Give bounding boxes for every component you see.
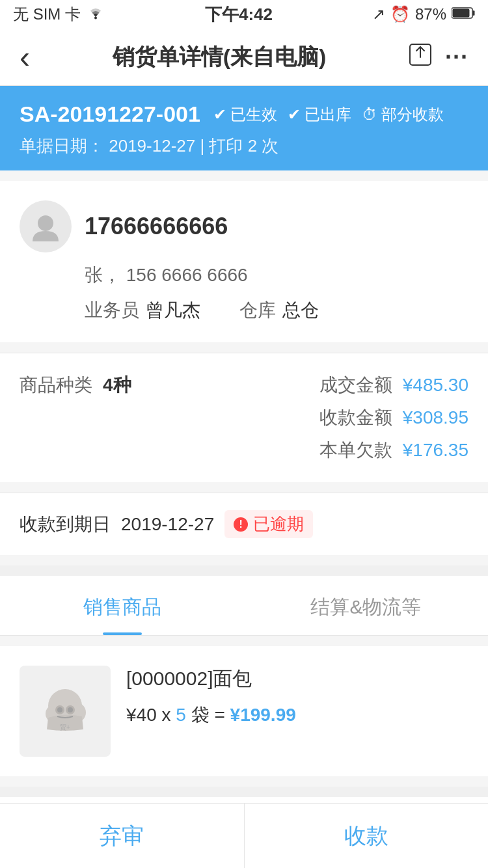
- order-date-row: 单据日期： 2019-12-27 | 打印 2 次: [20, 135, 468, 157]
- more-icon[interactable]: ···: [445, 44, 468, 71]
- customer-main-row: 17666666666: [20, 200, 468, 252]
- check-icon-shipped: ✔: [288, 105, 301, 124]
- due-label: 收款到期日: [20, 512, 111, 537]
- battery-text: 87%: [415, 5, 446, 23]
- customer-avatar: [20, 200, 72, 252]
- tab-settlement[interactable]: 结算&物流等: [244, 576, 488, 635]
- overdue-exclamation: !: [234, 517, 248, 532]
- status-bar: 无 SIM 卡 下午4:42 ↗ ⏰ 87%: [0, 0, 488, 29]
- svg-point-5: [38, 215, 53, 231]
- badge-shipped: ✔ 已出库: [288, 104, 351, 125]
- customer-section: 17666666666 张， 156 6666 6666 业务员 曾凡杰 仓库 …: [0, 181, 488, 342]
- separator-2: [0, 565, 488, 576]
- location-icon: ↗: [372, 5, 385, 23]
- stats-left: 商品种类 4种: [20, 373, 131, 463]
- svg-text:贸+: 贸+: [60, 724, 70, 731]
- due-date-section: 收款到期日 2019-12-27 ! 已逾期: [0, 493, 488, 555]
- product-item-bread: 贸+ [0000002]面包 ¥40 x 5 袋 = ¥199.99: [0, 646, 488, 776]
- product-thumb-bread: 贸+: [20, 666, 111, 757]
- tab-sales-products[interactable]: 销售商品: [0, 576, 244, 635]
- wifi-icon: [86, 5, 105, 23]
- order-header: SA-20191227-001 ✔ 已生效 ✔ 已出库 ⏱ 部分收款 单据日期：…: [0, 86, 488, 170]
- salesperson-item: 业务员 曾凡杰: [85, 298, 200, 323]
- customer-meta: 业务员 曾凡杰 仓库 总仓: [20, 298, 468, 323]
- battery-icon: [452, 5, 475, 23]
- status-left: 无 SIM 卡: [13, 4, 105, 25]
- debt-stat: 本单欠款 ¥176.35: [319, 438, 468, 463]
- bottom-bar: 弃审 收款: [0, 803, 488, 868]
- status-time: 下午4:42: [205, 3, 273, 26]
- customer-contact: 张， 156 6666 6666: [20, 263, 468, 288]
- stats-right: 成交金额 ¥485.30 收款金额 ¥308.95 本单欠款 ¥176.35: [319, 373, 468, 463]
- badge-active: ✔ 已生效: [213, 104, 277, 125]
- back-button[interactable]: ‹: [20, 39, 30, 75]
- cancel-button[interactable]: 弃审: [0, 804, 245, 868]
- transaction-stat: 成交金额 ¥485.30: [319, 373, 468, 398]
- tabs-section: 销售商品 结算&物流等: [0, 576, 488, 636]
- product-types-stat: 商品种类 4种: [20, 373, 131, 398]
- product-name-bread: [0000002]面包: [126, 666, 468, 692]
- separator-3: [0, 787, 488, 797]
- svg-rect-2: [472, 10, 474, 16]
- badge-partial: ⏱ 部分收款: [362, 104, 444, 125]
- separator-1: [0, 170, 488, 181]
- nav-bar: ‹ 销货单详情(来自电脑) ···: [0, 29, 488, 86]
- customer-phone-display: 17666666666: [85, 213, 228, 240]
- clock-icon: ⏱: [362, 105, 377, 124]
- svg-rect-3: [452, 9, 469, 18]
- page-title: 销货单详情(来自电脑): [113, 42, 327, 72]
- order-id: SA-20191227-001: [20, 102, 200, 127]
- product-info-bread: [0000002]面包 ¥40 x 5 袋 = ¥199.99: [126, 666, 468, 757]
- svg-point-0: [94, 17, 97, 20]
- overdue-text: 已逾期: [253, 513, 304, 536]
- tabs-row: 销售商品 结算&物流等: [0, 576, 488, 636]
- product-price-bread: ¥40 x 5 袋 = ¥199.99: [126, 703, 468, 727]
- nav-actions: ···: [409, 43, 468, 72]
- alarm-icon: ⏰: [390, 5, 410, 23]
- no-sim-text: 无 SIM 卡: [13, 4, 81, 25]
- svg-point-12: [68, 707, 73, 712]
- overdue-badge: ! 已逾期: [224, 510, 313, 538]
- stats-grid: 商品种类 4种 成交金额 ¥485.30 收款金额 ¥308.95 本单欠款 ¥…: [20, 373, 468, 463]
- status-badges: ✔ 已生效 ✔ 已出库 ⏱ 部分收款: [213, 104, 444, 125]
- confirm-button[interactable]: 收款: [245, 804, 489, 868]
- received-stat: 收款金额 ¥308.95: [319, 405, 468, 430]
- svg-point-11: [57, 707, 62, 712]
- share-icon[interactable]: [409, 43, 432, 72]
- due-date: 2019-12-27: [121, 514, 214, 535]
- warehouse-item: 仓库 总仓: [239, 298, 319, 323]
- stats-section: 商品种类 4种 成交金额 ¥485.30 收款金额 ¥308.95 本单欠款 ¥…: [0, 353, 488, 482]
- check-icon-active: ✔: [213, 105, 226, 124]
- status-right: ↗ ⏰ 87%: [372, 5, 475, 23]
